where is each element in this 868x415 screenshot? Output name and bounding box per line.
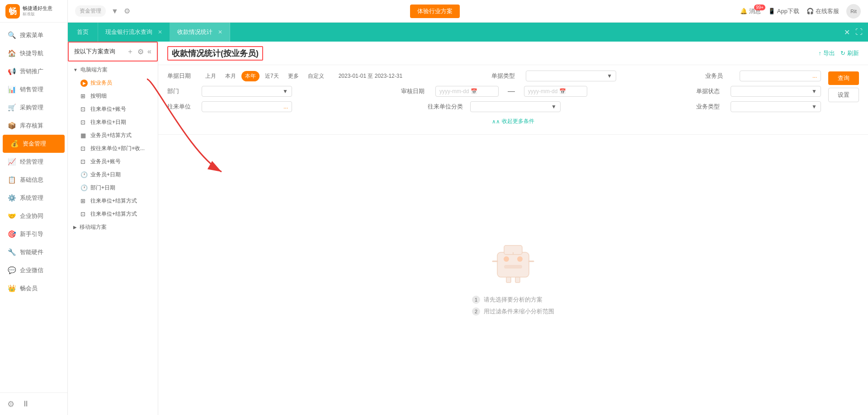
member-icon: 👑 xyxy=(7,284,16,293)
tab-receipt[interactable]: 收款情况统计 ✕ xyxy=(170,23,230,42)
schema-item-unit-dept[interactable]: ⊡ 按往来单位+部门+收... xyxy=(68,142,158,155)
tab-bar: 首页 现金银行流水查询 ✕ 收款情况统计 ✕ ✕ ⛶ xyxy=(68,23,868,42)
sidebar-item-operation[interactable]: 📈 经营管理 xyxy=(0,153,67,171)
query-button[interactable]: 查询 xyxy=(828,71,859,85)
user-avatar[interactable]: Rit xyxy=(846,4,861,19)
grid-icon: ⊞ xyxy=(80,93,88,99)
date-label: 单据日期 xyxy=(167,72,194,80)
pc-section: ▼ 电脑端方案 ▶ 按业务员 ⊞ 按明细 ⊡ 往来单位+账号 xyxy=(68,63,158,221)
header-left: 资金管理 ▼ ⚙ xyxy=(75,5,130,17)
page-title: 收款情况统计(按业务员) xyxy=(167,46,263,61)
panel-title: 按以下方案查询 xyxy=(74,47,123,56)
voucher-status-label: 单据状态 xyxy=(696,87,723,95)
left-panel: 按以下方案查询 ＋ ⚙ « ▼ 电脑端方案 ▶ 按业务员 ⊞ xyxy=(68,42,158,415)
sidebar-item-purchase[interactable]: 🛒 采购管理 xyxy=(0,99,67,117)
app-download[interactable]: 📱 App下载 xyxy=(768,7,799,15)
review-date-end[interactable]: yyyy-mm-dd 📅 xyxy=(524,86,587,97)
add-schema-icon[interactable]: ＋ xyxy=(127,47,134,57)
schema-item-salesman[interactable]: ▶ 按业务员 xyxy=(68,76,158,90)
export-button[interactable]: ↑ 导出 xyxy=(819,49,835,57)
sidebar-item-wechat[interactable]: 💬 企业微信 xyxy=(0,261,67,279)
sidebar-item-sales[interactable]: 📊 销售管理 xyxy=(0,80,67,99)
tab-bank[interactable]: 现金银行流水查询 ✕ xyxy=(98,23,170,42)
sidebar-item-system[interactable]: ⚙️ 系统管理 xyxy=(0,189,67,207)
sidebar-item-hardware[interactable]: 🔧 智能硬件 xyxy=(0,243,67,261)
collapse-icon: ∧∧ xyxy=(492,118,500,125)
schema-item-salesman-date[interactable]: 🕐 业务员+日期 xyxy=(68,168,158,181)
schema-item-unit-date[interactable]: ⊡ 往来单位+日期 xyxy=(68,116,158,129)
schema-item-unit-account[interactable]: ⊡ 往来单位+账号 xyxy=(68,103,158,116)
sidebar-item-inventory[interactable]: 📦 库存核算 xyxy=(0,117,67,135)
table-icon5: ⊡ xyxy=(80,211,88,217)
date-tab-7days[interactable]: 近7天 xyxy=(261,71,283,81)
clock-icon2: 🕐 xyxy=(80,184,88,191)
trial-button[interactable]: 体验行业方案 xyxy=(410,5,460,18)
voucher-status-select[interactable]: ▼ xyxy=(731,86,821,97)
sidebar-item-guide[interactable]: 🎯 新手引导 xyxy=(0,225,67,243)
tab-close-all-icon[interactable]: ✕ xyxy=(844,28,850,37)
sidebar-item-basic[interactable]: 📋 基础信息 xyxy=(0,171,67,189)
settings-footer-icon[interactable]: ⚙ xyxy=(7,399,14,409)
date-tab-last-month[interactable]: 上月 xyxy=(202,71,220,81)
counterpart-category-select[interactable]: ▼ xyxy=(470,101,561,112)
notification[interactable]: 🔔 消息 99+ xyxy=(740,7,761,15)
svg-rect-9 xyxy=(515,277,520,283)
sidebar-item-shortcut[interactable]: 🏠 快捷导航 xyxy=(0,44,67,62)
dept-select[interactable]: ▼ xyxy=(202,86,292,97)
status-arrow: ▼ xyxy=(811,88,817,94)
top-header: 资金管理 ▼ ⚙ 体验行业方案 🔔 消息 99+ 📱 App下载 🎧 在线客服 … xyxy=(68,0,868,23)
date-tab-this-year[interactable]: 本年 xyxy=(241,71,259,81)
tab-bank-close[interactable]: ✕ xyxy=(158,29,162,35)
collapse-footer-icon[interactable]: ⏸ xyxy=(22,399,30,409)
voucher-type-select[interactable]: ▼ xyxy=(526,71,616,81)
header-center: 体验行业方案 xyxy=(410,5,460,18)
schema-list: ▼ 电脑端方案 ▶ 按业务员 ⊞ 按明细 ⊡ 往来单位+账号 xyxy=(68,61,158,415)
schema-item-salesman-account[interactable]: ⊡ 业务员+账号 xyxy=(68,155,158,168)
schema-item-dept-date[interactable]: 🕐 部门+日期 xyxy=(68,181,158,194)
filter-section: 单据日期 上月 本月 本年 近7天 更多 自定义 2023-01-01 至 20… xyxy=(167,71,859,112)
online-service[interactable]: 🎧 在线客服 xyxy=(807,7,839,15)
schema-item-unit-settle2[interactable]: ⊡ 往来单位+结算方式 xyxy=(68,208,158,221)
date-tab-custom[interactable]: 自定义 xyxy=(304,71,328,81)
collapse-bar[interactable]: ∧∧ 收起更多条件 xyxy=(167,114,859,129)
date-tab-more[interactable]: 更多 xyxy=(284,71,302,81)
dropdown-icon[interactable]: ▼ xyxy=(111,7,118,15)
sidebar-item-member[interactable]: 👑 畅会员 xyxy=(0,279,67,297)
date-tab-this-month[interactable]: 本月 xyxy=(222,71,240,81)
svg-rect-5 xyxy=(504,265,522,269)
sidebar-item-enterprise[interactable]: 🤝 企业协同 xyxy=(0,207,67,225)
salesman-more-btn[interactable]: ... xyxy=(812,73,817,79)
tip-num-1: 1 xyxy=(472,296,480,304)
bar-icon: ▦ xyxy=(80,132,88,139)
collapse-panel-icon[interactable]: « xyxy=(147,47,151,56)
counterpart-more-btn[interactable]: ... xyxy=(283,104,288,110)
svg-rect-0 xyxy=(497,252,529,277)
main: 资金管理 ▼ ⚙ 体验行业方案 🔔 消息 99+ 📱 App下载 🎧 在线客服 … xyxy=(68,0,868,415)
basic-icon: 📋 xyxy=(7,175,16,184)
tab-receipt-close[interactable]: ✕ xyxy=(218,29,222,35)
schema-item-unit-settle1[interactable]: ⊞ 往来单位+结算方式 xyxy=(68,194,158,208)
tab-home[interactable]: 首页 xyxy=(68,23,98,42)
breadcrumb: 资金管理 xyxy=(75,5,106,17)
business-type-select[interactable]: ▼ xyxy=(731,101,821,112)
content: 按以下方案查询 ＋ ⚙ « ▼ 电脑端方案 ▶ 按业务员 ⊞ xyxy=(68,42,868,415)
sidebar-item-marketing[interactable]: 📢 营销推广 xyxy=(0,62,67,80)
pc-section-header[interactable]: ▼ 电脑端方案 xyxy=(68,63,158,76)
refresh-icon: ↻ xyxy=(840,50,845,57)
logo-text: 畅捷通好生意 xyxy=(23,5,52,11)
fund-icon: 💰 xyxy=(10,139,19,148)
settings-icon[interactable]: ⚙ xyxy=(124,7,130,15)
review-date-start[interactable]: yyyy-mm-dd 📅 xyxy=(435,86,499,97)
schema-item-salesman-settle[interactable]: ▦ 业务员+结算方式 xyxy=(68,129,158,142)
schema-item-detail[interactable]: ⊞ 按明细 xyxy=(68,90,158,103)
counterpart-input[interactable]: ... xyxy=(202,101,292,112)
sidebar-item-search[interactable]: 🔍 搜索菜单 xyxy=(0,26,67,44)
refresh-button[interactable]: ↻ 刷新 xyxy=(840,49,859,57)
mobile-section-header[interactable]: ▶ 移动端方案 xyxy=(68,221,158,234)
setting-button[interactable]: 设置 xyxy=(828,88,859,102)
salesman-input[interactable]: ... xyxy=(740,71,821,81)
counterpart-category-label: 往来单位分类 xyxy=(428,103,463,111)
tab-maximize-icon[interactable]: ⛶ xyxy=(855,28,863,36)
settings-schema-icon[interactable]: ⚙ xyxy=(137,47,144,56)
sidebar-item-fund[interactable]: 💰 资金管理 xyxy=(3,135,65,153)
